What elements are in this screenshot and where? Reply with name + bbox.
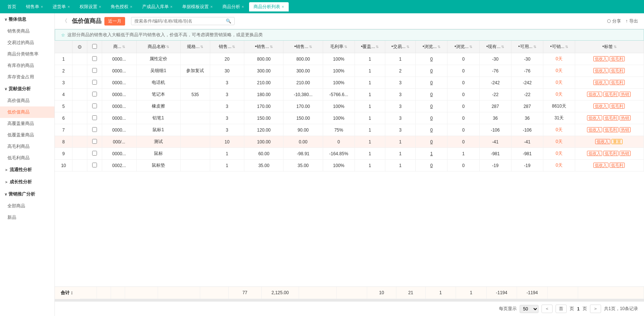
nav-analysis-list[interactable]: 商品分析列表 × [249,2,288,11]
row-checkbox[interactable] [87,53,102,65]
sidebar-item-high-value[interactable]: 高价值商品 [0,95,54,106]
sidebar-item-stock-fund[interactable]: 库存资金占用 [0,71,54,83]
search-icon[interactable]: 🔍 [226,18,231,24]
row-checkbox[interactable] [87,77,102,89]
filter-recent-month-button[interactable]: 近一月 [104,17,125,26]
sidebar-item-low-coverage[interactable]: 低覆盖量商品 [0,129,54,141]
sort-icon[interactable]: ⇅ [200,45,203,49]
close-icon[interactable]: × [41,4,43,9]
row-view1[interactable]: 1 [416,148,447,160]
row-select-checkbox[interactable] [92,163,97,167]
col-header-stock1[interactable]: •现有...⇅ [479,41,511,53]
col-header-gross[interactable]: 毛利率⇅ [323,41,355,53]
sort-icon[interactable]: ⇅ [533,45,536,49]
close-icon[interactable]: × [99,4,101,9]
sidebar-item-low-profit[interactable]: 低毛利商品 [0,152,54,164]
col-header-sale2[interactable]: •销售...⇅ [244,41,284,53]
view-link[interactable]: 0 [430,128,433,133]
sidebar-group-contribution[interactable]: ∨ 贡献值分析 [0,83,54,95]
col-header-sale3[interactable]: •销售...⇅ [284,41,323,53]
col-header-view2[interactable]: •浏览...⇅ [447,41,479,53]
sidebar-item-stock-goods[interactable]: 有库存的商品 [0,60,54,71]
sort-icon[interactable]: ⇅ [469,45,472,49]
close-icon[interactable]: × [242,4,244,9]
search-input[interactable] [134,18,226,24]
sort-icon[interactable]: ⇅ [406,45,409,49]
view-link[interactable]: 0 [430,163,433,168]
sidebar-item-sales-goods[interactable]: 销售类商品 [0,26,54,37]
sidebar-item-all-goods[interactable]: 全部商品 [0,200,54,212]
row-view1[interactable]: 0 [416,124,447,136]
nav-analysis[interactable]: 商品分析 × [218,2,248,11]
row-view1[interactable]: 0 [416,101,447,112]
view-link[interactable]: 0 [430,80,433,85]
nav-role[interactable]: 角色授权 × [106,2,137,11]
view-link[interactable]: 0 [430,92,433,97]
col-header-code[interactable]: 商...⇅ [102,41,136,53]
col-header-salable[interactable]: •可销...⇅ [543,41,575,53]
sidebar-item-new-goods[interactable]: 新品 [0,212,54,223]
col-header-sale1[interactable]: 销售...⇅ [210,41,244,53]
row-view1[interactable]: 0 [416,112,447,124]
sidebar-item-low-value[interactable]: 低价值商品 [0,106,54,118]
sort-icon[interactable]: ⇅ [344,45,347,49]
close-icon[interactable]: × [282,4,284,9]
col-header-settings[interactable]: ⚙ [73,41,87,53]
row-checkbox[interactable] [87,65,102,77]
row-checkbox[interactable] [87,148,102,160]
sidebar-group-marketing[interactable]: ∨ 营销推广分析 [0,188,54,200]
row-select-checkbox[interactable] [92,80,97,85]
col-header-spec[interactable]: 规格...⇅ [180,41,210,53]
view-link[interactable]: 0 [430,68,433,74]
nav-template[interactable]: 单据模板设置 × [178,2,217,11]
nav-home[interactable]: 首页 [3,2,21,11]
row-view1[interactable]: 0 [416,89,447,101]
row-checkbox[interactable] [87,160,102,171]
col-header-check[interactable] [87,41,102,53]
col-header-stock2[interactable]: •可用...⇅ [511,41,543,53]
close-icon[interactable]: × [130,4,132,9]
row-view1[interactable]: 0 [416,65,447,77]
nav-warehouse[interactable]: 产成品入库单 × [138,2,177,11]
row-select-checkbox[interactable] [92,115,97,120]
nav-permission[interactable]: 权限设置 × [75,2,105,11]
select-all-checkbox[interactable] [92,44,97,49]
sort-icon[interactable]: ⇅ [166,45,169,49]
collapse-sidebar-button[interactable]: 《 [61,16,69,26]
sidebar-item-traded-goods[interactable]: 交易过的商品 [0,37,54,48]
row-select-checkbox[interactable] [92,103,97,108]
nav-sales[interactable]: 销售单 × [21,2,47,11]
row-select-checkbox[interactable] [92,151,97,156]
sidebar-group-liquidity[interactable]: ＞ 流通性分析 [0,164,54,176]
close-icon[interactable]: × [210,4,212,9]
row-view1[interactable]: 0 [416,77,447,89]
share-button[interactable]: ⬡ 分享 [607,18,621,24]
export-button[interactable]: ↑ 导出 [625,18,638,24]
row-view1[interactable]: 0 [416,53,447,65]
close-icon[interactable]: × [170,4,172,9]
row-checkbox[interactable] [87,112,102,124]
view-link[interactable]: 0 [430,104,433,109]
prev-page-button[interactable]: ＜ [541,305,553,313]
sidebar-item-high-profit[interactable]: 高毛利商品 [0,141,54,152]
row-select-checkbox[interactable] [92,92,97,96]
view-link[interactable]: 0 [430,116,433,121]
col-header-tag[interactable]: •标签⇅ [575,41,644,53]
sort-icon[interactable]: ⇅ [501,45,504,49]
first-page-button[interactable]: 首 [556,305,567,313]
sort-icon[interactable]: ⇅ [376,45,379,49]
sort-icon[interactable]: ⇅ [437,45,440,49]
nav-purchase[interactable]: 进货单 × [48,2,74,11]
view-link[interactable]: 0 [430,139,433,145]
sidebar-item-high-coverage[interactable]: 高覆盖量商品 [0,118,54,129]
row-checkbox[interactable] [87,124,102,136]
sort-icon[interactable]: ⇅ [614,45,617,49]
per-page-select[interactable]: 50 100 200 [520,305,539,313]
next-page-button[interactable]: ＞ [590,305,601,313]
row-select-checkbox[interactable] [92,56,97,61]
sort-icon[interactable]: ⇅ [565,45,568,49]
sort-icon[interactable]: ⇅ [232,45,235,49]
row-checkbox[interactable] [87,101,102,112]
view-link[interactable]: 0 [430,57,433,62]
row-checkbox[interactable] [87,89,102,101]
